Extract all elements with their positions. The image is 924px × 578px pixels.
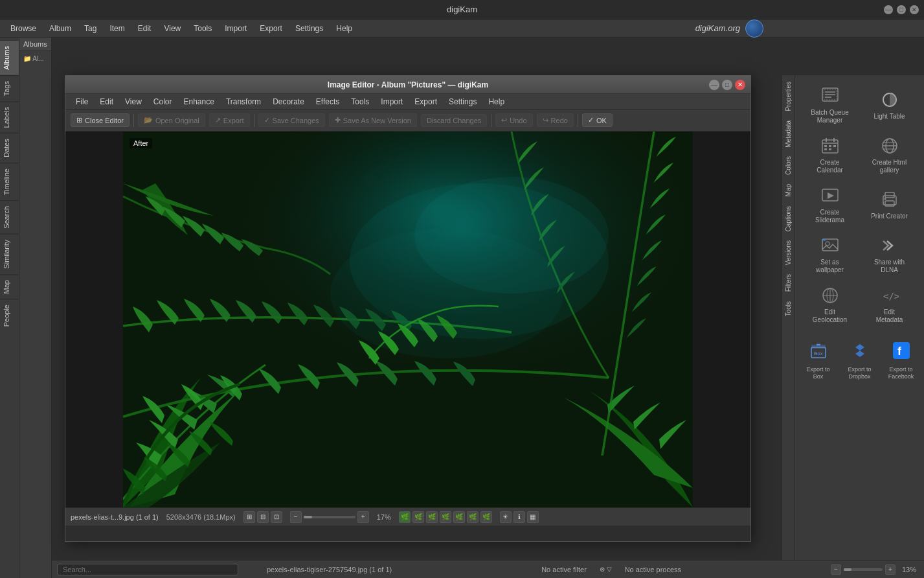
- editor-dims: 5208x3476 (18.1Mpx): [166, 513, 236, 521]
- menu-album[interactable]: Album: [44, 22, 76, 35]
- editor-menu-export[interactable]: Export: [409, 96, 442, 108]
- edit-metadata-tool[interactable]: </> EditMetadata: [860, 280, 919, 329]
- editor-close-btn[interactable]: ✕: [735, 80, 745, 90]
- rtab-map[interactable]: Map: [783, 180, 793, 200]
- brightness-btn[interactable]: ☀: [500, 511, 512, 523]
- discard-changes-btn[interactable]: Discard Changes: [421, 114, 487, 127]
- sidebar-tab-albums[interactable]: Albums: [0, 40, 19, 75]
- menu-help[interactable]: Help: [331, 22, 357, 35]
- toolbar-sep-4: [578, 114, 578, 127]
- close-editor-btn[interactable]: ⊞ Close Editor: [71, 113, 130, 127]
- thumb-5-btn[interactable]: 🌿: [453, 511, 465, 523]
- edit-metadata-label: EditMetadata: [876, 308, 903, 324]
- thumb-4-btn[interactable]: 🌿: [440, 511, 451, 523]
- rtab-captions[interactable]: Captions: [783, 202, 793, 235]
- menu-tag[interactable]: Tag: [79, 22, 102, 35]
- share-dlna-tool[interactable]: Share withDLNA: [860, 230, 919, 279]
- editor-minimize-btn[interactable]: —: [709, 80, 719, 90]
- thumb-7-btn[interactable]: 🌿: [480, 511, 492, 523]
- search-input[interactable]: [57, 564, 238, 575]
- histogram-btn[interactable]: ▦: [527, 511, 539, 523]
- sidebar-tab-search[interactable]: Search: [0, 200, 19, 234]
- menu-import[interactable]: Import: [220, 22, 252, 35]
- ok-icon: ✓: [588, 116, 594, 124]
- close-button[interactable]: ✕: [910, 5, 919, 14]
- zoom-out-btn[interactable]: −: [831, 564, 841, 575]
- maximize-button[interactable]: □: [897, 5, 906, 14]
- undo-btn[interactable]: ↩ Undo: [495, 113, 532, 127]
- create-calendar-tool[interactable]: CreateCalendar: [800, 130, 859, 179]
- editor-menu-color[interactable]: Color: [148, 96, 177, 108]
- titlebar-controls: — □ ✕: [884, 5, 919, 14]
- export-facebook-tool[interactable]: f Export toFacebook: [881, 337, 921, 384]
- editor-menu-decorate[interactable]: Decorate: [267, 96, 310, 108]
- open-original-btn[interactable]: 📂 Open Original: [138, 113, 205, 127]
- sidebar-tab-labels[interactable]: Labels: [0, 101, 19, 133]
- editor-menu-enhance[interactable]: Enhance: [179, 96, 220, 108]
- album-item[interactable]: 📁 Al...: [22, 54, 49, 64]
- batch-queue-tool[interactable]: Batch QueueManager: [800, 80, 859, 130]
- export-box-tool[interactable]: Box Export toBox: [798, 337, 839, 384]
- menu-tools[interactable]: Tools: [188, 22, 217, 35]
- sidebar-tab-people[interactable]: People: [0, 299, 19, 332]
- fit-btn[interactable]: ⊡: [271, 511, 282, 523]
- menu-settings[interactable]: Settings: [290, 22, 328, 35]
- menu-view[interactable]: View: [159, 22, 186, 35]
- export-btn[interactable]: ↗ Export: [209, 113, 250, 127]
- compare-btn[interactable]: ⊟: [257, 511, 269, 523]
- ok-btn[interactable]: ✓ OK: [582, 113, 613, 127]
- minimize-button[interactable]: —: [884, 5, 893, 14]
- rtab-tools[interactable]: Tools: [783, 297, 793, 320]
- editor-menu-effects[interactable]: Effects: [311, 96, 344, 108]
- sidebar-tab-dates[interactable]: Dates: [0, 133, 19, 163]
- editor-menu-file[interactable]: File: [71, 96, 93, 108]
- print-creator-tool[interactable]: Print Creator: [860, 180, 919, 229]
- light-table-tool[interactable]: Light Table: [860, 80, 919, 130]
- sidebar-tab-tags[interactable]: Tags: [0, 75, 19, 101]
- rtab-metadata[interactable]: Metadata: [783, 117, 793, 152]
- editor-menu-transform[interactable]: Transform: [221, 96, 266, 108]
- zoom-minus-btn[interactable]: −: [290, 511, 302, 523]
- zoom-in-btn[interactable]: +: [885, 564, 896, 575]
- bottom-filter-status: No active filter: [541, 566, 587, 573]
- zoom-slider-main[interactable]: [844, 568, 883, 571]
- menu-edit[interactable]: Edit: [133, 22, 157, 35]
- sidebar-tab-similarity[interactable]: Similarity: [0, 234, 19, 274]
- create-html-tool[interactable]: Create Htmlgallery: [860, 130, 919, 179]
- editor-menu-help[interactable]: Help: [483, 96, 510, 108]
- create-calendar-label: CreateCalendar: [817, 159, 843, 174]
- share-dlna-icon: [879, 235, 900, 256]
- editor-menu-import[interactable]: Import: [376, 96, 408, 108]
- editor-menu-view[interactable]: View: [120, 96, 147, 108]
- thumb-3-btn[interactable]: 🌿: [426, 511, 438, 523]
- thumb-6-btn[interactable]: 🌿: [467, 511, 479, 523]
- create-slideshow-tool[interactable]: CreateSliderama: [800, 180, 859, 229]
- rtab-colors[interactable]: Colors: [783, 152, 793, 179]
- sidebar-tab-timeline[interactable]: Timeline: [0, 163, 19, 200]
- redo-btn[interactable]: ↪ Redo: [537, 113, 574, 127]
- thumb-2-btn[interactable]: 🌿: [412, 511, 424, 523]
- editor-menu-tools[interactable]: Tools: [346, 96, 374, 108]
- editor-menu-edit[interactable]: Edit: [95, 96, 118, 108]
- sidebar-tab-map[interactable]: Map: [0, 274, 19, 299]
- export-box-label: Export toBox: [806, 366, 829, 380]
- save-changes-btn[interactable]: ✓ Save Changes: [258, 113, 325, 127]
- rtab-properties[interactable]: Properties: [783, 78, 793, 115]
- editor-menu-settings[interactable]: Settings: [444, 96, 482, 108]
- editor-maximize-btn[interactable]: □: [722, 80, 732, 90]
- export-dropbox-tool[interactable]: Export toDropbox: [839, 337, 880, 384]
- svg-marker-44: [855, 344, 864, 357]
- thumb-green-btn[interactable]: 🌿: [399, 511, 411, 523]
- rtab-versions[interactable]: Versions: [783, 237, 793, 269]
- zoom-plus-btn[interactable]: +: [357, 511, 369, 523]
- edit-geolocation-tool[interactable]: EditGeolocation: [800, 280, 859, 329]
- info-btn[interactable]: ℹ: [513, 511, 525, 523]
- menu-browse[interactable]: Browse: [5, 22, 41, 35]
- grid-view-btn[interactable]: ⊞: [243, 511, 255, 523]
- menu-item[interactable]: Item: [104, 22, 130, 35]
- save-new-version-btn[interactable]: ✚ Save As New Version: [329, 113, 417, 127]
- rtab-filters[interactable]: Filters: [783, 270, 793, 295]
- image-label: After: [130, 138, 152, 148]
- set-wallpaper-tool[interactable]: Set aswallpaper: [800, 230, 859, 279]
- menu-export[interactable]: Export: [254, 22, 287, 35]
